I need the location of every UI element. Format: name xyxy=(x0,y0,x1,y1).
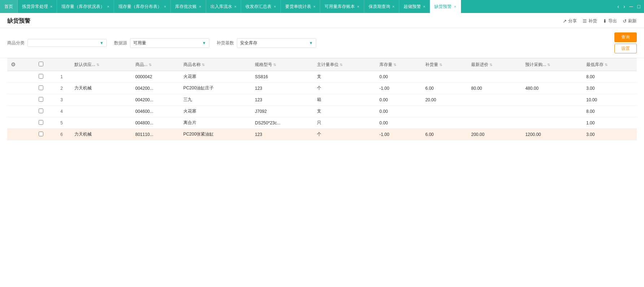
category-arrow-icon: ▼ xyxy=(100,41,104,45)
min-stock-sort[interactable]: 最低库存 ⇅ xyxy=(586,62,608,68)
replenish-base-value: 安全库存 xyxy=(240,40,257,46)
refresh-button[interactable]: ↺ 刷新 xyxy=(623,18,637,24)
page-content: 缺货预警 ↗ 分享 ☰ 补货 ⬇ 导出 ↺ 刷新 商品分类 xyxy=(0,13,644,287)
estimated-purchase-sort-icon: ⇅ xyxy=(547,63,550,67)
category-filter: 商品分类 ▼ xyxy=(7,39,107,47)
spec-sort[interactable]: 规格型号 ⇅ xyxy=(255,62,276,68)
col-settings[interactable]: ⚙ xyxy=(7,58,30,71)
tab-order-stats[interactable]: 要货单统计表 × xyxy=(281,0,320,13)
row-settings-cell xyxy=(7,94,30,106)
export-button[interactable]: ⬇ 导出 xyxy=(603,18,617,24)
table-row: 4 004600... 火花塞 J7092 支 0.00 8.00 xyxy=(7,106,637,117)
row-min-stock-cell: 8.00 xyxy=(583,71,637,83)
replenish-base-select[interactable]: 安全库存 ▼ xyxy=(237,38,316,48)
row-checkbox-cell[interactable] xyxy=(30,117,53,129)
row-checkbox-5[interactable] xyxy=(39,132,43,136)
col-latest-price[interactable]: 最新进价 ⇅ xyxy=(467,58,522,71)
replenish-button[interactable]: ☰ 补货 xyxy=(583,18,597,24)
table-row: 2 力天机械 004200... PC200油缸庄子 123 个 -1.00 6… xyxy=(7,83,637,94)
tab-home[interactable]: 首页 xyxy=(0,0,18,13)
row-product-code-cell: 801110... xyxy=(132,129,180,140)
tab-close-11[interactable]: × xyxy=(454,4,456,9)
stock-sort[interactable]: 库存量 ⇅ xyxy=(379,62,396,68)
row-settings-cell xyxy=(7,83,30,94)
col-checkbox-header[interactable] xyxy=(30,58,53,71)
tab-close-7[interactable]: × xyxy=(313,4,316,9)
row-replenish-cell xyxy=(422,106,467,117)
col-estimated-purchase[interactable]: 预计采购... ⇅ xyxy=(522,58,583,71)
tab-stock-status[interactable]: 现存量（库存状况表） × xyxy=(57,0,114,13)
latest-price-sort[interactable]: 最新进价 ⇅ xyxy=(471,62,492,68)
row-checkbox-1[interactable] xyxy=(39,85,43,90)
tab-bar: 首页 拣货异常处理 × 现存量（库存状况表） × 现存量（库存分布表） × 库存… xyxy=(0,0,644,13)
column-settings-button[interactable]: ⚙ xyxy=(11,61,16,68)
col-supplier[interactable]: 默认供应... ⇅ xyxy=(71,58,132,71)
row-estimated-purchase-cell xyxy=(522,94,583,106)
row-checkbox-cell[interactable] xyxy=(30,94,53,106)
replenish-sort[interactable]: 补货量 ⇅ xyxy=(425,62,442,68)
table-header-row: ⚙ 默认供应... ⇅ 商品... xyxy=(7,58,637,71)
tab-inout-flow[interactable]: 出入库流水 × xyxy=(206,0,241,13)
filter-bar: 商品分类 ▼ 数据源 可用量 ▼ 补货基数 安全库存 ▼ 查询 设置 xyxy=(0,28,644,58)
row-unit-cell: 支 xyxy=(313,71,376,83)
category-select[interactable]: ▼ xyxy=(27,39,107,47)
row-checkbox-cell[interactable] xyxy=(30,106,53,117)
tab-close-2[interactable]: × xyxy=(107,4,109,9)
col-stock[interactable]: 库存量 ⇅ xyxy=(376,58,422,71)
estimated-purchase-sort[interactable]: 预计采购... ⇅ xyxy=(525,62,550,68)
tab-minimize-button[interactable]: ─ xyxy=(627,3,635,10)
tab-stock-dist[interactable]: 现存量（库存分布表） × xyxy=(114,0,171,13)
row-stock-cell: -1.00 xyxy=(376,83,422,94)
tab-next-button[interactable]: › xyxy=(621,3,627,10)
supplier-sort-icon: ⇅ xyxy=(96,63,99,67)
tab-overstock-warning[interactable]: 超储预警 × xyxy=(399,0,430,13)
col-product-name[interactable]: 商品名称 ⇅ xyxy=(180,58,252,71)
table-container: ⚙ 默认供应... ⇅ 商品... xyxy=(0,58,644,147)
product-code-sort[interactable]: 商品... ⇅ xyxy=(135,62,152,68)
select-all-checkbox[interactable] xyxy=(39,62,43,66)
row-checkbox-0[interactable] xyxy=(39,74,43,79)
tab-pick-exception[interactable]: 拣货异常处理 × xyxy=(18,0,57,13)
col-replenish[interactable]: 补货量 ⇅ xyxy=(422,58,467,71)
row-checkbox-cell[interactable] xyxy=(30,71,53,83)
tab-close-9[interactable]: × xyxy=(392,4,395,9)
table-row: 5 004800... 离合片 DS250*23c... 只 0.00 1.00 xyxy=(7,117,637,129)
row-min-stock-cell: 3.00 xyxy=(583,129,637,140)
col-product-code[interactable]: 商品... ⇅ xyxy=(132,58,180,71)
unit-sort[interactable]: 主计量单位 ⇅ xyxy=(317,62,343,68)
tab-close-3[interactable]: × xyxy=(164,4,166,9)
datasource-select[interactable]: 可用量 ▼ xyxy=(130,38,209,48)
tab-receipt-summary[interactable]: 收发存汇总表 × xyxy=(241,0,280,13)
row-checkbox-2[interactable] xyxy=(39,97,43,102)
row-spec-cell: 123 xyxy=(251,129,313,140)
query-button[interactable]: 查询 xyxy=(614,32,637,42)
tab-close-8[interactable]: × xyxy=(357,4,359,9)
tab-expiry-query[interactable]: 保质期查询 × xyxy=(364,0,399,13)
row-checkbox-4[interactable] xyxy=(39,120,43,125)
tab-close-5[interactable]: × xyxy=(234,4,236,9)
col-unit[interactable]: 主计量单位 ⇅ xyxy=(313,58,376,71)
row-checkbox-3[interactable] xyxy=(39,109,43,113)
row-latest-price-cell xyxy=(467,117,522,129)
tab-close-6[interactable]: × xyxy=(274,4,276,9)
row-product-code-cell: 0000042 xyxy=(132,71,180,83)
col-spec[interactable]: 规格型号 ⇅ xyxy=(251,58,313,71)
tab-close-4[interactable]: × xyxy=(199,4,201,9)
tab-batch-account[interactable]: 库存批次账 × xyxy=(171,0,206,13)
row-product-name-cell: 离合片 xyxy=(180,117,252,129)
product-name-sort[interactable]: 商品名称 ⇅ xyxy=(183,62,205,68)
settings-button[interactable]: 设置 xyxy=(614,44,637,53)
row-checkbox-cell[interactable] xyxy=(30,83,53,94)
row-spec-cell: DS250*23c... xyxy=(251,117,313,129)
row-checkbox-cell[interactable] xyxy=(30,129,53,140)
tab-close-1[interactable]: × xyxy=(50,4,52,9)
tab-available-ledger[interactable]: 可用量库存账本 × xyxy=(320,0,364,13)
tab-maximize-button[interactable]: □ xyxy=(635,3,643,10)
row-unit-cell: 只 xyxy=(313,117,376,129)
supplier-sort[interactable]: 默认供应... ⇅ xyxy=(74,62,99,68)
tab-close-10[interactable]: × xyxy=(423,4,425,9)
tab-shortage-warning[interactable]: 缺货预警 × xyxy=(430,0,461,13)
col-min-stock[interactable]: 最低库存 ⇅ xyxy=(583,58,637,71)
tab-prev-button[interactable]: ‹ xyxy=(615,3,621,10)
share-button[interactable]: ↗ 分享 xyxy=(563,18,577,24)
